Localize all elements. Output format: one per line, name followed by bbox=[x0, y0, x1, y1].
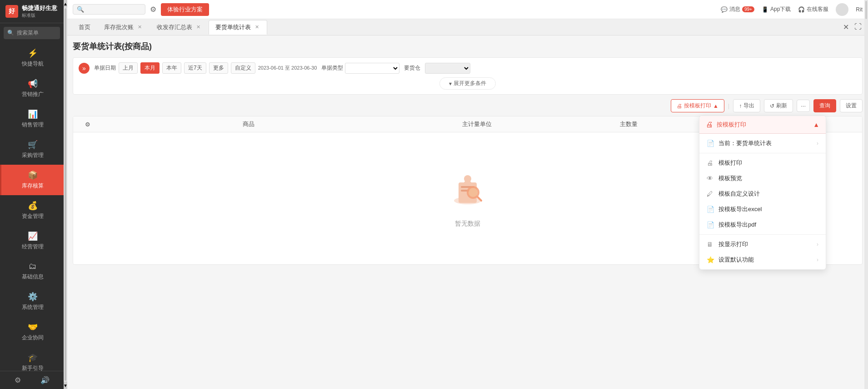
app-download-btn[interactable]: 📱 App下载 bbox=[762, 5, 791, 13]
main-area: 🔍 ⚙ 体验行业方案 💬 消息 99+ 📱 App下载 🎧 在线客服 Rit bbox=[67, 0, 868, 389]
tab-close-icon[interactable]: ✕ bbox=[195, 24, 202, 30]
topbar: 🔍 ⚙ 体验行业方案 💬 消息 99+ 📱 App下载 🎧 在线客服 Rit bbox=[67, 0, 868, 19]
date-btn-prev-month[interactable]: 上月 bbox=[119, 62, 138, 74]
username[interactable]: Rit bbox=[856, 6, 863, 13]
date-btn-custom[interactable]: 自定义 bbox=[231, 62, 255, 74]
page-scrollbar[interactable] bbox=[864, 0, 868, 389]
purchase-icon: 🛒 bbox=[28, 140, 38, 150]
trial-btn[interactable]: 体验行业方案 bbox=[161, 3, 209, 16]
dropdown-item-template-design[interactable]: 🖊 模板自定义设计 bbox=[699, 186, 826, 202]
page-content: 要货单统计表(按商品) » 单据日期 上月 本月 本年 近7天 更多 自定义 2… bbox=[67, 35, 868, 389]
sidebar-item-marketing[interactable]: 📢 营销推广 bbox=[0, 73, 64, 104]
sidebar-item-inventory[interactable]: 📦 库存核算 bbox=[0, 165, 64, 195]
maximize-icon[interactable]: ⛶ bbox=[853, 22, 863, 32]
svg-point-5 bbox=[469, 188, 478, 197]
sidebar-item-label: 新手引导 bbox=[22, 364, 44, 371]
print-icon: 🖨 bbox=[677, 103, 682, 109]
expand-conditions-btn[interactable]: ▾ 展开更多条件 bbox=[439, 77, 496, 90]
chevron-down-icon: ▾ bbox=[449, 81, 452, 87]
sidebar-item-label: 经营管理 bbox=[22, 243, 44, 251]
dropdown-set-default-item[interactable]: ⭐ 设置默认功能 › bbox=[699, 252, 826, 268]
sidebar-item-label: 库存核算 bbox=[22, 182, 44, 190]
sidebar-item-system[interactable]: ⚙️ 系统管理 bbox=[0, 286, 64, 317]
sidebar-item-label: 系统管理 bbox=[22, 303, 44, 311]
speaker-icon[interactable]: 🔊 bbox=[40, 376, 50, 384]
dropdown-current-section: 📄 当前：要货单统计表 › bbox=[699, 134, 826, 153]
dropdown-close-icon[interactable]: ▲ bbox=[813, 121, 819, 128]
warehouse-select[interactable] bbox=[425, 63, 470, 74]
dropdown-item-export-excel[interactable]: 📄 按模板导出excel bbox=[699, 202, 826, 217]
sidebar-search[interactable]: 🔍 搜索菜单 bbox=[4, 27, 60, 39]
tab-inventory-batch[interactable]: 库存批次账 ✕ bbox=[97, 20, 150, 35]
tab-close-icon[interactable]: ✕ bbox=[254, 24, 260, 30]
dropdown-display-print-item[interactable]: 🖥 按显示打印 › bbox=[699, 237, 826, 252]
expand-conditions-label: 展开更多条件 bbox=[454, 80, 486, 87]
app-logo: 好 畅捷通好生意 标准版 bbox=[0, 0, 64, 23]
settings-icon[interactable]: ⚙ bbox=[15, 376, 21, 384]
template-preview-label: 模板预览 bbox=[718, 174, 818, 182]
sidebar-item-basic[interactable]: 🗂 基础信息 bbox=[0, 256, 64, 286]
col-quantity: 主数量 bbox=[553, 120, 704, 128]
sidebar-item-finance[interactable]: 💰 资金管理 bbox=[0, 195, 64, 226]
sales-icon: 📊 bbox=[28, 109, 38, 119]
settings-btn[interactable]: 设置 bbox=[840, 99, 863, 112]
tab-home[interactable]: 首页 bbox=[72, 20, 97, 35]
dropdown-item-template-preview[interactable]: 👁 模板预览 bbox=[699, 171, 826, 186]
dropdown-item-export-pdf[interactable]: 📄 按模板导出pdf bbox=[699, 217, 826, 232]
display-print-icon: 🖥 bbox=[707, 241, 714, 248]
template-preview-icon: 👁 bbox=[707, 175, 714, 182]
tab-order-stats[interactable]: 要货单统计表 ✕ bbox=[209, 20, 267, 35]
doc-type-select[interactable] bbox=[345, 63, 399, 74]
sidebar-item-guide[interactable]: 🎓 新手引导 bbox=[0, 347, 64, 371]
dropdown-items-section: 🖨 模板打印 👁 模板预览 🖊 模板自定义设计 📄 按模板导出excel bbox=[699, 153, 826, 235]
tab-close-icon[interactable]: ✕ bbox=[136, 24, 143, 30]
sidebar-item-sales[interactable]: 📊 销售管理 bbox=[0, 104, 64, 134]
more-actions-btn[interactable]: ··· bbox=[797, 100, 810, 112]
topbar-search-input[interactable] bbox=[86, 6, 140, 13]
messages-btn[interactable]: 💬 消息 99+ bbox=[721, 5, 754, 13]
action-bar: 🖨 按模板打印 ▲ | ↑ 导出 ↺ 刷新 ··· 查询 设置 bbox=[73, 99, 863, 112]
print-dropdown: 🖨 按模板打印 ▲ 📄 当前：要货单统计表 › 🖨 模板打印 bbox=[699, 116, 826, 270]
app-tag: 标准版 bbox=[22, 12, 57, 18]
app-logo-icon: 好 bbox=[5, 5, 18, 18]
finance-icon: 💰 bbox=[28, 201, 38, 211]
dropdown-item-template-print[interactable]: 🖨 模板打印 bbox=[699, 155, 826, 171]
scroll-up-btn[interactable]: ▲ bbox=[64, 0, 67, 7]
export-btn[interactable]: ↑ 导出 bbox=[733, 99, 760, 112]
date-btn-more[interactable]: 更多 bbox=[209, 62, 228, 74]
scroll-down-btn[interactable]: ▼ bbox=[64, 382, 67, 389]
scrollbar-thumb[interactable] bbox=[865, 1, 867, 19]
sidebar-bottom: ⚙ 🔊 bbox=[0, 371, 64, 389]
tab-receipt-summary[interactable]: 收发存汇总表 ✕ bbox=[150, 20, 209, 35]
sidebar-scrollbar[interactable]: ▲ ▼ bbox=[64, 0, 67, 389]
user-avatar[interactable] bbox=[836, 3, 848, 16]
sidebar-nav: ⚡ 快捷导航 📢 营销推广 📊 销售管理 🛒 采购管理 📦 库存核算 💰 资金管… bbox=[0, 43, 64, 371]
sidebar-item-quick-nav[interactable]: ⚡ 快捷导航 bbox=[0, 43, 64, 73]
query-btn[interactable]: 查询 bbox=[813, 99, 836, 112]
refresh-label: 刷新 bbox=[776, 102, 787, 110]
date-btn-cur-month[interactable]: 本月 bbox=[140, 62, 160, 74]
sidebar-item-cooperation[interactable]: 🤝 企业协同 bbox=[0, 317, 64, 347]
refresh-btn[interactable]: ↺ 刷新 bbox=[764, 99, 793, 112]
filter-toggle-btn[interactable]: » bbox=[79, 63, 90, 74]
dropdown-current-item[interactable]: 📄 当前：要货单统计表 › bbox=[699, 136, 826, 151]
export-pdf-icon: 📄 bbox=[707, 221, 714, 228]
sidebar-item-operations[interactable]: 📈 经营管理 bbox=[0, 226, 64, 256]
app-logo-text: 畅捷通好生意 标准版 bbox=[22, 5, 57, 18]
date-btn-last7[interactable]: 近7天 bbox=[184, 62, 206, 74]
date-btn-cur-year[interactable]: 本年 bbox=[162, 62, 181, 74]
col-settings[interactable]: ⚙ bbox=[79, 121, 97, 128]
export-pdf-label: 按模板导出pdf bbox=[718, 221, 818, 229]
print-template-btn[interactable]: 🖨 按模板打印 ▲ bbox=[671, 99, 724, 112]
topbar-search-box[interactable]: 🔍 bbox=[73, 4, 145, 15]
app-icon: 📱 bbox=[762, 6, 768, 13]
scroll-thumb[interactable] bbox=[65, 8, 66, 381]
message-icon: 💬 bbox=[721, 6, 728, 13]
sidebar-item-purchase[interactable]: 🛒 采购管理 bbox=[0, 134, 64, 165]
date-range: 2023-06-01 至 2023-06-30 bbox=[258, 65, 317, 71]
online-service-btn[interactable]: 🎧 在线客服 bbox=[798, 5, 828, 13]
dropdown-title: 按模板打印 bbox=[717, 121, 746, 129]
topbar-right: 💬 消息 99+ 📱 App下载 🎧 在线客服 Rit bbox=[721, 3, 863, 16]
topbar-gear-icon[interactable]: ⚙ bbox=[150, 5, 156, 14]
close-all-icon[interactable]: ✕ bbox=[841, 22, 851, 32]
